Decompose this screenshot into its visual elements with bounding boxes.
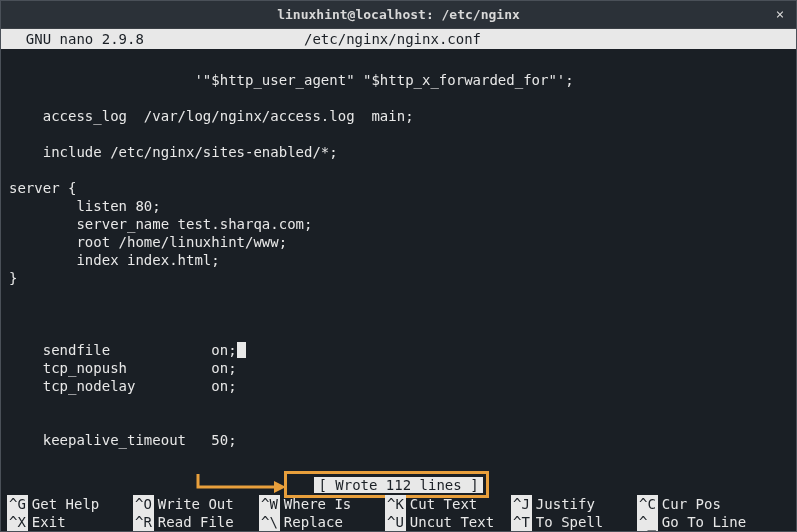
shortcut-key: ^W [259,495,280,513]
window-title: linuxhint@localhost: /etc/nginx [277,7,520,22]
code-line: listen 80; [9,198,161,214]
shortcut-label: Write Out [158,495,234,513]
shortcut-cut-text[interactable]: ^KCut Text [385,495,511,513]
code-line: keepalive_timeout 50; [9,432,237,448]
shortcut-row-2: ^XExit ^RRead File ^\Replace ^UUncut Tex… [1,513,796,531]
shortcut-label: Read File [158,513,234,531]
code-line: server { [9,180,76,196]
titlebar: linuxhint@localhost: /etc/nginx × [1,1,796,29]
shortcut-key: ^C [637,495,658,513]
nano-header: GNU nano 2.9.8 /etc/nginx/nginx.conf [1,29,796,49]
shortcut-key: ^\ [259,513,280,531]
shortcut-label: Go To Line [662,513,746,531]
shortcut-write-out[interactable]: ^OWrite Out [133,495,259,513]
shortcut-label: To Spell [536,513,603,531]
code-line: tcp_nopush on; [9,360,237,376]
shortcut-label: Get Help [32,495,99,513]
shortcut-key: ^_ [637,513,658,531]
editor-content[interactable]: '"$http_user_agent" "$http_x_forwarded_f… [1,49,796,453]
shortcut-read-file[interactable]: ^RRead File [133,513,259,531]
terminal-window: linuxhint@localhost: /etc/nginx × GNU na… [0,0,797,532]
code-line: root /home/linuxhint/www; [9,234,287,250]
shortcut-justify[interactable]: ^JJustify [511,495,637,513]
cursor [237,342,246,358]
shortcut-where-is[interactable]: ^WWhere Is [259,495,385,513]
shortcut-label: Replace [284,513,343,531]
shortcut-key: ^G [7,495,28,513]
status-message: [ Wrote 112 lines ] [314,477,482,493]
shortcut-label: Cur Pos [662,495,721,513]
terminal-area: GNU nano 2.9.8 /etc/nginx/nginx.conf '"$… [1,29,796,531]
shortcut-label: Uncut Text [410,513,494,531]
code-line: '"$http_user_agent" "$http_x_forwarded_f… [9,72,574,88]
shortcut-key: ^R [133,513,154,531]
shortcuts-panel: ^GGet Help ^OWrite Out ^WWhere Is ^KCut … [1,495,796,531]
code-line: } [9,270,17,286]
shortcut-key: ^K [385,495,406,513]
status-line: [ Wrote 112 lines ] [1,477,796,493]
shortcut-to-spell[interactable]: ^TTo Spell [511,513,637,531]
code-line: server_name test.sharqa.com; [9,216,312,232]
shortcut-replace[interactable]: ^\Replace [259,513,385,531]
code-line: access_log /var/log/nginx/access.log mai… [9,108,414,124]
shortcut-key: ^T [511,513,532,531]
shortcut-label: Justify [536,495,595,513]
shortcut-uncut-text[interactable]: ^UUncut Text [385,513,511,531]
close-icon[interactable]: × [772,7,788,23]
nano-file-path: /etc/nginx/nginx.conf [304,31,481,47]
code-line: index index.html; [9,252,220,268]
code-line: include /etc/nginx/sites-enabled/*; [9,144,338,160]
shortcut-go-to-line[interactable]: ^_Go To Line [637,513,763,531]
code-line: tcp_nodelay on; [9,378,237,394]
code-line: sendfile on; [9,342,237,358]
shortcut-exit[interactable]: ^XExit [7,513,133,531]
shortcut-label: Exit [32,513,66,531]
shortcut-label: Where Is [284,495,351,513]
shortcut-key: ^J [511,495,532,513]
shortcut-key: ^U [385,513,406,531]
shortcut-label: Cut Text [410,495,477,513]
shortcut-key: ^O [133,495,154,513]
shortcut-key: ^X [7,513,28,531]
shortcut-row-1: ^GGet Help ^OWrite Out ^WWhere Is ^KCut … [1,495,796,513]
shortcut-get-help[interactable]: ^GGet Help [7,495,133,513]
shortcut-cur-pos[interactable]: ^CCur Pos [637,495,763,513]
nano-app-label: GNU nano 2.9.8 [9,31,144,47]
nano-spacer [144,31,304,47]
